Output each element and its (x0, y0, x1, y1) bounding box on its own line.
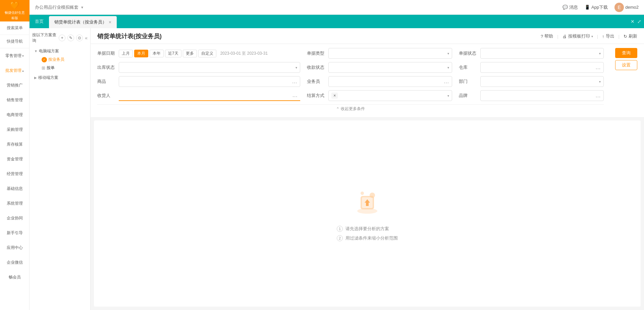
apps-label: 应用中心 (7, 245, 23, 251)
warehouse-dots[interactable]: … (595, 64, 601, 70)
warehouse-select[interactable]: … (480, 62, 604, 73)
salesperson-dots[interactable]: … (444, 79, 449, 85)
doc-status-select[interactable]: ▾ (480, 48, 604, 59)
out-status-select[interactable]: ▾ (119, 62, 300, 73)
tree-mobile-header[interactable]: ▶ 移动端方案 (32, 73, 88, 82)
tab-bar: 首页 销货单统计表（按业务员） × ✕ ⤢ (30, 15, 644, 28)
date-btn-this-year[interactable]: 本年 (150, 50, 164, 57)
edit-scheme-button[interactable]: ✎ (67, 35, 74, 41)
doc-type-select[interactable]: ▾ (328, 48, 452, 59)
sidebar-item-wholesale[interactable]: 批发管理 ▴ (0, 63, 30, 78)
message-button[interactable]: 💬 消息 (562, 4, 578, 10)
goods-select[interactable]: … (119, 76, 300, 87)
payment-tag-close[interactable]: × (333, 93, 336, 98)
tab-close-all-icon[interactable]: ✕ (631, 19, 635, 24)
sidebar-search-menu[interactable]: 搜索菜单 (0, 21, 30, 35)
tab-close-icon[interactable]: × (109, 20, 111, 24)
dept-select[interactable]: ▾ (480, 76, 604, 87)
tree-desktop-header[interactable]: ▼ 电脑端方案 (32, 47, 88, 55)
query-button[interactable]: 查询 (615, 48, 637, 58)
print-label: 按模板打印 (568, 33, 590, 39)
salesperson-select[interactable]: … (328, 76, 452, 87)
help-button[interactable]: ? 帮助 (541, 33, 553, 39)
receipt-status-label: 收款状态 (307, 64, 326, 70)
main-content: 办公用品行业模拟账套 ▾ 💬 消息 📱 App下载 E demo2 首页 (30, 0, 644, 310)
date-label: 单据日期 (97, 50, 116, 56)
left-panel: 按以下方案查询 + ✎ ⊙ « (30, 28, 91, 310)
sidebar-item-member[interactable]: 畅会员 (0, 270, 30, 285)
scheme-by-order[interactable]: ⊞ 按单 (39, 64, 88, 72)
tab-expand-icon[interactable]: ⤢ (637, 19, 641, 24)
filter-row-4: 收货人 … 结算方式 × ▾ (97, 90, 604, 101)
consignee-dots[interactable]: … (292, 92, 298, 98)
print-button[interactable]: 🖨 按模板打印 ▾ (562, 33, 593, 39)
tab-home[interactable]: 首页 (30, 15, 49, 28)
sidebar-item-inventory[interactable]: 库存核算 (0, 137, 30, 152)
date-btn-more[interactable]: 更多 (183, 50, 197, 57)
filter-doc-status: 单据状态 ▾ (459, 48, 604, 59)
sidebar-item-wechat[interactable]: 企业微信 (0, 255, 30, 270)
collapse-conditions-button[interactable]: ⌃ 收起更多条件 (336, 106, 365, 112)
sidebar-item-operation[interactable]: 经营管理 (0, 166, 30, 181)
scheme-sales-person[interactable]: ✓ 按业务员 (39, 55, 88, 64)
tab-home-label: 首页 (35, 18, 44, 24)
newbie-label: 新手引导 (7, 230, 23, 236)
sidebar-item-newbie[interactable]: 新手引导 (0, 225, 30, 240)
out-status-label: 出库状态 (97, 64, 116, 70)
setting-button[interactable]: 设置 (615, 60, 637, 70)
logo-text-line2: 标版 (11, 16, 18, 20)
date-btn-last7days[interactable]: 近7天 (165, 50, 181, 57)
date-buttons: 上月 本月 本年 近7天 更多 自定义 (119, 50, 216, 57)
date-btn-this-month[interactable]: 本月 (134, 50, 148, 57)
page-title: 销货单统计表(按业务员) (97, 32, 162, 40)
refresh-button[interactable]: ↻ 刷新 (624, 33, 637, 39)
filter-row-2: 出库状态 ▾ 收款状态 ▾ (97, 62, 604, 73)
copy-scheme-button[interactable]: ⊙ (76, 35, 83, 41)
sidebar-item-retail[interactable]: 零售管理 ▾ (0, 48, 30, 63)
shortcut-label: 快捷导航 (7, 39, 23, 44)
sales-label: 销售管理 (7, 97, 23, 103)
sidebar-item-enterprise[interactable]: 企业协同 (0, 211, 30, 225)
sidebar-item-apps[interactable]: 应用中心 (0, 240, 30, 255)
divider3: | (619, 34, 620, 39)
brand-select[interactable]: … (480, 90, 604, 101)
user-avatar-area[interactable]: E demo2 (614, 3, 639, 12)
sidebar-item-purchase[interactable]: 采购管理 (0, 122, 30, 137)
tab-sales-stats[interactable]: 销货单统计表（按业务员） × (49, 16, 117, 28)
consignee-text-input[interactable] (121, 93, 291, 98)
breadcrumb-dropdown-icon[interactable]: ▾ (81, 5, 83, 10)
add-icon: + (61, 36, 63, 40)
sidebar-item-marketing[interactable]: 营销推广 (0, 78, 30, 93)
goods-dots[interactable]: … (292, 79, 297, 85)
export-button[interactable]: ↑ 导出 (602, 33, 614, 39)
sidebar-shortcut[interactable]: 快捷导航 (0, 35, 30, 48)
page-header-actions: ? 帮助 | 🖨 按模板打印 ▾ | ↑ (541, 33, 637, 39)
collapse-panel-button[interactable]: « (85, 35, 88, 41)
sidebar-item-sales[interactable]: 销售管理 (0, 93, 30, 107)
consignee-input[interactable]: … (119, 90, 300, 101)
divider2: | (597, 34, 598, 39)
app-download-button[interactable]: 📱 App下载 (585, 4, 608, 10)
sidebar-item-ecommerce[interactable]: 电商管理 (0, 107, 30, 122)
scheme-by-order-label: 按单 (47, 65, 55, 71)
message-icon: 💬 (562, 5, 568, 10)
sidebar-item-finance[interactable]: 资金管理 (0, 152, 30, 166)
system-label: 系统管理 (7, 201, 23, 206)
left-panel-header: 按以下方案查询 + ✎ ⊙ « (32, 32, 88, 44)
receipt-status-select[interactable]: ▾ (328, 62, 452, 73)
date-btn-custom[interactable]: 自定义 (198, 50, 216, 57)
app-logo[interactable]: 🧡 畅捷信好生意 标版 (0, 0, 30, 21)
empty-steps: 1 请先选择要分析的方案 2 用过滤条件来缩小分析范围 (337, 226, 398, 241)
date-btn-last-month[interactable]: 上月 (119, 50, 133, 57)
add-scheme-button[interactable]: + (59, 35, 65, 41)
marketing-label: 营销推广 (7, 83, 23, 88)
logo-text-line1: 畅捷信好生意 (5, 10, 25, 15)
empty-state-icon (351, 186, 384, 220)
sidebar-item-system[interactable]: 系统管理 (0, 196, 30, 211)
receipt-status-arrow: ▾ (447, 66, 449, 69)
filter-doc-type: 单据类型 ▾ (307, 48, 452, 59)
brand-dots[interactable]: … (595, 93, 601, 99)
sidebar-item-basic[interactable]: 基础信息 (0, 181, 30, 196)
desktop-children: ✓ 按业务员 ⊞ 按单 (32, 55, 88, 72)
payment-method-select[interactable]: × ▾ (328, 90, 452, 101)
